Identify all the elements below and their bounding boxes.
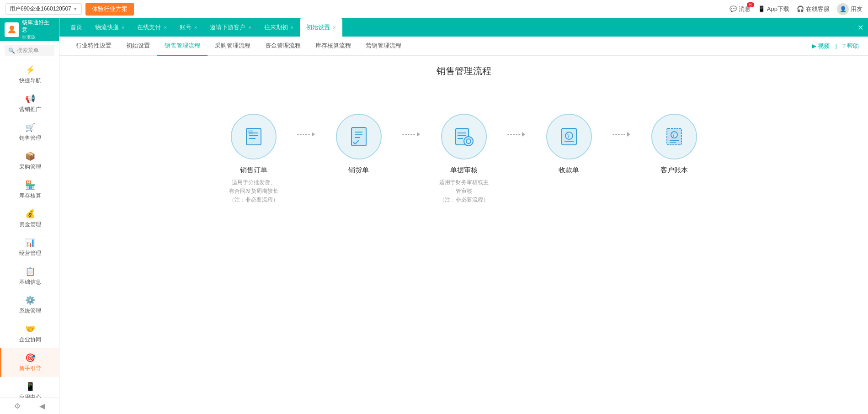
nav-tab-logistics[interactable]: 物流快递 ×	[89, 18, 131, 37]
payment-tab-label: 在线支付	[137, 23, 161, 32]
inventory-flow-tab-label: 库存核算流程	[315, 42, 351, 50]
sub-tab-industry[interactable]: 行业特性设置	[69, 37, 119, 56]
sub-tab-finance-flow[interactable]: 资金管理流程	[258, 37, 308, 56]
finance-flow-tab-label: 资金管理流程	[265, 42, 301, 50]
purchase-icon: 📦	[25, 151, 35, 161]
logo-version: 标准版	[22, 34, 54, 40]
sidebar-item-app-center[interactable]: 📱 应用中心	[0, 377, 59, 398]
nav-tab-home[interactable]: 首页	[64, 18, 89, 37]
settings-button[interactable]: ⚙	[14, 402, 21, 410]
sidebar-item-marketing[interactable]: 📢 营销推广	[0, 89, 59, 118]
account-tab-label: 账号	[180, 23, 192, 32]
user-selector[interactable]: 用户690企业1660120507 ▼	[5, 3, 82, 15]
sub-tabs-bar: 行业特性设置 初始设置 销售管理流程 采购管理流程 资金管理流程 库存核算流程 …	[59, 37, 868, 56]
sidebar-item-sales[interactable]: 🛒 销售管理	[0, 118, 59, 147]
flow-arrow-3	[505, 114, 528, 137]
invite-close-icon[interactable]: ×	[248, 25, 251, 30]
svg-text:¥: ¥	[567, 133, 570, 138]
init-tab-label: 初始设置	[126, 42, 150, 50]
sidebar-item-label: 基础信息	[19, 278, 41, 286]
payment-close-icon[interactable]: ×	[164, 25, 166, 30]
help-icon: ?	[842, 42, 846, 49]
finance-icon: 💰	[25, 209, 35, 219]
sidebar: 畅库通好生意 标准版 🔍 搜索菜单 ⚡ 快捷导航 📢 营销推广 🛒 销售管理	[0, 18, 59, 414]
sidebar-item-label: 经营管理	[19, 249, 41, 257]
receipt-circle[interactable]: ¥	[546, 114, 592, 159]
account-close-icon[interactable]: ×	[194, 25, 197, 30]
init-settings-close-icon[interactable]: ×	[333, 25, 335, 30]
collapse-button[interactable]: ◀	[39, 402, 45, 410]
sidebar-search[interactable]: 🔍 搜索菜单	[0, 41, 59, 60]
sidebar-item-ops[interactable]: 📊 经营管理	[0, 233, 59, 262]
flow-step-customer-account: ¥ 客户账本	[633, 114, 715, 178]
message-button[interactable]: 💬 消息 6	[730, 5, 751, 13]
doc-review-circle[interactable]	[441, 114, 487, 159]
sidebar-item-label: 企业协同	[19, 336, 41, 344]
app-download-button[interactable]: 📱 App下载	[758, 5, 789, 13]
purchase-flow-tab-label: 采购管理流程	[215, 42, 250, 50]
page-content: 销售管理流程 销售订单 适用于分批发货、有合同	[59, 56, 868, 414]
sales-icon: 🛒	[25, 122, 35, 133]
quick-nav-icon: ⚡	[25, 65, 35, 75]
sidebar-item-label: 新手引导	[19, 365, 41, 372]
sidebar-item-label: 采购管理	[19, 163, 41, 171]
period-init-close-icon[interactable]: ×	[291, 25, 293, 30]
video-icon: ▶	[812, 42, 816, 49]
sub-tab-sales-flow[interactable]: 销售管理流程	[157, 37, 208, 56]
sub-tab-init[interactable]: 初始设置	[119, 37, 157, 56]
nav-tab-period-init[interactable]: 往来期初 ×	[258, 18, 300, 37]
sidebar-item-quick-nav[interactable]: ⚡ 快捷导航	[0, 60, 59, 89]
doc-review-title: 单据审核	[450, 166, 478, 175]
flow-arrow-2	[400, 114, 423, 137]
sub-tab-purchase-flow[interactable]: 采购管理流程	[208, 37, 258, 56]
trial-button[interactable]: 体验行业方案	[85, 3, 134, 16]
nav-tab-init-settings[interactable]: 初始设置 ×	[300, 18, 342, 37]
svg-text:¥: ¥	[672, 133, 675, 138]
close-all-tabs-button[interactable]: ✕	[857, 23, 863, 32]
online-service-label: 在线客服	[806, 5, 830, 13]
nav-tab-account[interactable]: 账号 ×	[173, 18, 203, 37]
user-name-label: 用友	[851, 5, 863, 13]
online-service-button[interactable]: 🎧 在线客服	[797, 5, 830, 13]
top-bar-right: 💬 消息 6 📱 App下载 🎧 在线客服 👤 用友	[730, 3, 863, 15]
help-button[interactable]: ? 帮助	[842, 42, 859, 50]
flow-step-receipt: ¥ 收款单	[528, 114, 610, 178]
sidebar-item-label: 应用中心	[19, 393, 41, 398]
init-settings-tab-label: 初始设置	[306, 23, 330, 32]
sidebar-item-inventory[interactable]: 🏪 库存核算	[0, 175, 59, 204]
page-title: 销售管理流程	[69, 65, 859, 77]
doc-review-desc: 适用于财务审核或主管审核（注：非必要流程）	[439, 178, 489, 205]
nav-tab-invite[interactable]: 邀请下游客户 ×	[203, 18, 257, 37]
sales-order-circle[interactable]	[231, 114, 277, 159]
sidebar-item-new-guide[interactable]: 🎯 新手引导	[0, 348, 59, 377]
sub-tab-inventory-flow[interactable]: 库存核算流程	[308, 37, 358, 56]
logistics-close-icon[interactable]: ×	[122, 25, 124, 30]
sidebar-bottom: ⚙ ◀	[0, 398, 59, 414]
industry-tab-label: 行业特性设置	[76, 42, 112, 50]
message-badge: 6	[747, 2, 754, 7]
app-download-label: App下载	[767, 5, 789, 13]
top-bar: 用户690企业1660120507 ▼ 体验行业方案 💬 消息 6 📱 App下…	[0, 0, 868, 18]
user-avatar-button[interactable]: 👤 用友	[837, 3, 863, 15]
sales-invoice-circle[interactable]	[336, 114, 382, 159]
top-bar-left: 用户690企业1660120507 ▼ 体验行业方案	[5, 3, 134, 16]
main-layout: 畅库通好生意 标准版 🔍 搜索菜单 ⚡ 快捷导航 📢 营销推广 🛒 销售管理	[0, 18, 868, 414]
customer-account-circle[interactable]: ¥	[651, 114, 697, 159]
sub-tab-marketing-flow[interactable]: 营销管理流程	[358, 37, 409, 56]
flow-step-sales-invoice: 销货单	[318, 114, 400, 178]
logo-icon	[5, 22, 19, 37]
sidebar-item-system[interactable]: ⚙️ 系统管理	[0, 291, 59, 319]
search-menu-button[interactable]: 🔍 搜索菜单	[5, 45, 54, 56]
video-help-button[interactable]: ▶ 视频	[812, 42, 830, 50]
sidebar-item-finance[interactable]: 💰 资金管理	[0, 204, 59, 233]
user-label: 用户690企业1660120507	[10, 5, 71, 13]
logo-text-block: 畅库通好生意 标准版	[22, 19, 54, 40]
sales-order-desc: 适用于分批发货、有合同发货周期较长（注：非必要流程）	[229, 178, 278, 205]
sidebar-item-basic[interactable]: 📋 基础信息	[0, 262, 59, 291]
guide-icon: 🎯	[25, 353, 35, 363]
sidebar-item-enterprise-collab[interactable]: 🤝 企业协同	[0, 319, 59, 348]
search-menu-label: 搜索菜单	[17, 47, 39, 54]
nav-tab-payment[interactable]: 在线支付 ×	[131, 18, 173, 37]
marketing-icon: 📢	[25, 94, 35, 104]
sidebar-item-purchase[interactable]: 📦 采购管理	[0, 147, 59, 175]
